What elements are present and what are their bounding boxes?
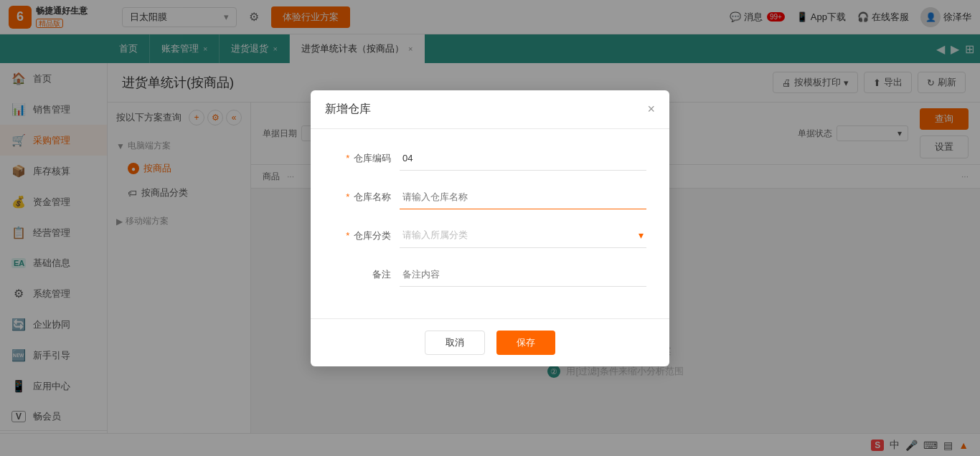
form-row-name: * 仓库名称 [334, 185, 646, 209]
note-input[interactable] [400, 262, 646, 287]
note-label: 备注 [334, 268, 391, 281]
dialog-close-button[interactable]: × [647, 102, 655, 117]
name-input[interactable] [400, 185, 646, 209]
note-label-text: 备注 [372, 269, 391, 280]
form-row-note: 备注 [334, 262, 646, 287]
code-label-text: 仓库编码 [354, 153, 391, 163]
dialog-footer: 取消 保存 [311, 318, 669, 366]
name-label-text: 仓库名称 [354, 191, 391, 202]
category-required-star: * [346, 230, 349, 241]
category-select[interactable]: 请输入所属分类 ▾ [400, 224, 646, 248]
form-row-code: * 仓库编码 [334, 146, 646, 171]
category-dropdown-arrow: ▾ [639, 229, 644, 241]
category-placeholder: 请输入所属分类 [402, 229, 468, 242]
modal-overlay: 新增仓库 × * 仓库编码 * 仓库名称 [0, 0, 980, 456]
name-label: * 仓库名称 [334, 191, 391, 204]
new-warehouse-dialog: 新增仓库 × * 仓库编码 * 仓库名称 [311, 90, 669, 366]
cancel-button[interactable]: 取消 [425, 331, 485, 355]
form-row-category: * 仓库分类 请输入所属分类 ▾ [334, 224, 646, 248]
code-label: * 仓库编码 [334, 152, 391, 165]
name-required-star: * [346, 191, 349, 202]
category-label-text: 仓库分类 [354, 230, 391, 241]
dialog-header: 新增仓库 × [311, 90, 669, 129]
dialog-body: * 仓库编码 * 仓库名称 * 仓库分类 请输入 [311, 129, 669, 318]
save-button[interactable]: 保存 [496, 331, 555, 355]
category-label: * 仓库分类 [334, 229, 391, 242]
dialog-title: 新增仓库 [325, 102, 371, 117]
code-input[interactable] [400, 146, 646, 171]
code-required-star: * [346, 153, 349, 163]
